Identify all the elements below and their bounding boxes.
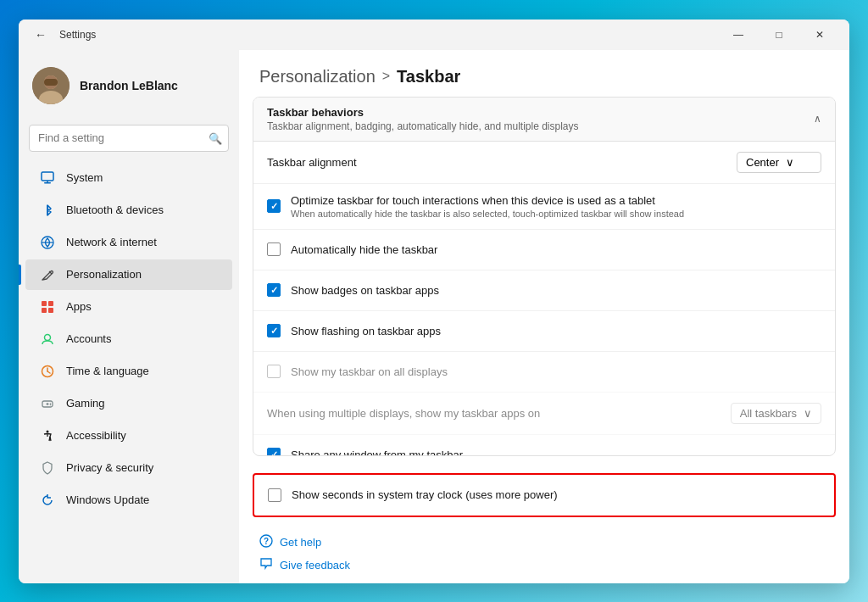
give-feedback-icon bbox=[259, 557, 273, 573]
sidebar-item-apps-label: Apps bbox=[66, 300, 92, 313]
system-icon bbox=[39, 170, 56, 187]
main-content: Personalization > Taskbar Taskbar behavi… bbox=[239, 50, 849, 583]
sharewindow-label: Share any window from my taskbar bbox=[291, 449, 821, 456]
sidebar-item-apps[interactable]: Apps bbox=[25, 292, 232, 322]
alldisplays-label: Show my taskbar on all displays bbox=[291, 365, 821, 378]
multipledisplays-chevron-icon: ∨ bbox=[804, 407, 812, 420]
setting-alignment: Taskbar alignment Center ∨ bbox=[253, 142, 835, 184]
svg-rect-6 bbox=[44, 182, 51, 184]
touch-checkbox[interactable] bbox=[267, 199, 281, 213]
sidebar-item-time[interactable]: Time & language bbox=[25, 356, 232, 387]
alignment-label: Taskbar alignment bbox=[267, 156, 737, 169]
give-feedback-link[interactable]: Give feedback bbox=[259, 557, 829, 573]
highlighted-seconds-row: Show seconds in system tray clock (uses … bbox=[253, 473, 836, 517]
autohide-checkbox[interactable] bbox=[267, 242, 281, 256]
sidebar-item-personalization-label: Personalization bbox=[66, 268, 142, 281]
maximize-button[interactable]: □ bbox=[760, 21, 798, 48]
sidebar-item-privacy-label: Privacy & security bbox=[66, 461, 153, 474]
touch-label-wrap: Optimize taskbar for touch interactions … bbox=[291, 194, 821, 219]
user-section[interactable]: Brandon LeBlanc bbox=[19, 57, 239, 114]
settings-window: ← Settings — □ ✕ Brandon bbox=[19, 20, 849, 583]
breadcrumb-parent: Personalization bbox=[259, 67, 376, 86]
sidebar-item-system-label: System bbox=[66, 171, 103, 184]
minimize-button[interactable]: — bbox=[719, 21, 758, 48]
flashing-label: Show flashing on taskbar apps bbox=[291, 325, 821, 337]
sharewindow-checkbox[interactable] bbox=[267, 448, 281, 456]
alignment-value: Center bbox=[746, 156, 779, 169]
get-help-icon: ? bbox=[259, 534, 273, 550]
badges-checkbox[interactable] bbox=[267, 283, 281, 297]
sidebar: Brandon LeBlanc 🔍 System Bluetooth & dev… bbox=[19, 50, 239, 583]
search-input[interactable] bbox=[29, 125, 229, 152]
setting-alldisplays: Show my taskbar on all displays bbox=[253, 352, 835, 393]
seconds-label: Show seconds in system tray clock (uses … bbox=[292, 488, 821, 501]
section-header[interactable]: Taskbar behaviors Taskbar alignment, bad… bbox=[253, 98, 835, 142]
time-icon bbox=[39, 363, 56, 380]
get-help-link[interactable]: ? Get help bbox=[259, 534, 829, 550]
seconds-checkbox[interactable] bbox=[268, 488, 281, 502]
setting-badges: Show badges on taskbar apps bbox=[253, 270, 835, 311]
sidebar-item-bluetooth-label: Bluetooth & devices bbox=[66, 203, 164, 216]
sidebar-item-accessibility[interactable]: Accessibility bbox=[25, 421, 232, 451]
section-title: Taskbar behaviors bbox=[267, 106, 579, 119]
alldisplays-checkbox[interactable] bbox=[267, 365, 281, 378]
svg-rect-15 bbox=[48, 308, 53, 313]
setting-multipledisplays: When using multiple displays, show my ta… bbox=[253, 393, 835, 435]
sidebar-item-network-label: Network & internet bbox=[66, 236, 157, 248]
svg-point-24 bbox=[50, 404, 52, 405]
sidebar-item-accounts[interactable]: Accounts bbox=[25, 324, 232, 354]
accessibility-icon bbox=[39, 427, 56, 444]
sidebar-item-personalization[interactable]: Personalization bbox=[25, 259, 232, 290]
sidebar-item-accounts-label: Accounts bbox=[66, 332, 111, 345]
sidebar-item-gaming-label: Gaming bbox=[66, 397, 105, 410]
back-button[interactable]: ← bbox=[29, 23, 53, 47]
close-button[interactable]: ✕ bbox=[800, 21, 839, 48]
sidebar-item-privacy[interactable]: Privacy & security bbox=[25, 453, 232, 483]
autohide-label: Automatically hide the taskbar bbox=[291, 243, 821, 256]
setting-seconds: Show seconds in system tray clock (uses … bbox=[254, 475, 834, 516]
multipledisplays-label: When using multiple displays, show my ta… bbox=[267, 407, 731, 420]
page-header: Personalization > Taskbar bbox=[239, 50, 849, 97]
svg-rect-4 bbox=[44, 79, 58, 86]
give-feedback-label: Give feedback bbox=[280, 559, 350, 571]
touch-label: Optimize taskbar for touch interactions … bbox=[291, 194, 821, 207]
multipledisplays-dropdown[interactable]: All taskbars ∨ bbox=[731, 403, 821, 424]
sidebar-item-network[interactable]: Network & internet bbox=[25, 227, 232, 258]
sidebar-item-update[interactable]: Windows Update bbox=[25, 485, 232, 516]
multipledisplays-value: All taskbars bbox=[740, 407, 797, 420]
sidebar-item-update-label: Windows Update bbox=[66, 493, 149, 506]
breadcrumb-separator: > bbox=[382, 69, 390, 84]
sidebar-item-system[interactable]: System bbox=[25, 163, 232, 193]
search-icon: 🔍 bbox=[209, 131, 222, 144]
flashing-checkbox[interactable] bbox=[267, 324, 281, 337]
svg-rect-12 bbox=[42, 301, 47, 306]
svg-text:?: ? bbox=[264, 537, 269, 546]
svg-rect-14 bbox=[42, 308, 47, 313]
sidebar-item-accessibility-label: Accessibility bbox=[66, 429, 126, 442]
svg-line-19 bbox=[47, 371, 50, 373]
svg-rect-5 bbox=[42, 172, 53, 181]
avatar bbox=[32, 67, 70, 104]
svg-point-25 bbox=[47, 430, 49, 432]
apps-icon bbox=[39, 298, 56, 315]
svg-point-23 bbox=[50, 403, 52, 404]
badges-label: Show badges on taskbar apps bbox=[291, 284, 821, 297]
svg-point-16 bbox=[45, 334, 51, 340]
get-help-label: Get help bbox=[280, 536, 321, 549]
svg-rect-13 bbox=[48, 301, 53, 306]
search-box: 🔍 bbox=[29, 125, 229, 152]
title-bar: ← Settings — □ ✕ bbox=[19, 20, 849, 50]
gaming-icon bbox=[39, 395, 56, 412]
sidebar-item-gaming[interactable]: Gaming bbox=[25, 388, 232, 419]
sidebar-item-time-label: Time & language bbox=[66, 365, 149, 377]
sidebar-item-bluetooth[interactable]: Bluetooth & devices bbox=[25, 195, 232, 226]
alignment-dropdown[interactable]: Center ∨ bbox=[737, 152, 821, 173]
window-title: Settings bbox=[59, 29, 719, 41]
chevron-up-icon: ∧ bbox=[814, 113, 821, 125]
bluetooth-icon bbox=[39, 202, 56, 219]
setting-sharewindow: Share any window from my taskbar bbox=[253, 435, 835, 456]
window-controls: — □ ✕ bbox=[719, 21, 839, 48]
setting-flashing: Show flashing on taskbar apps bbox=[253, 311, 835, 352]
breadcrumb-current: Taskbar bbox=[397, 67, 460, 86]
accounts-icon bbox=[39, 331, 56, 348]
